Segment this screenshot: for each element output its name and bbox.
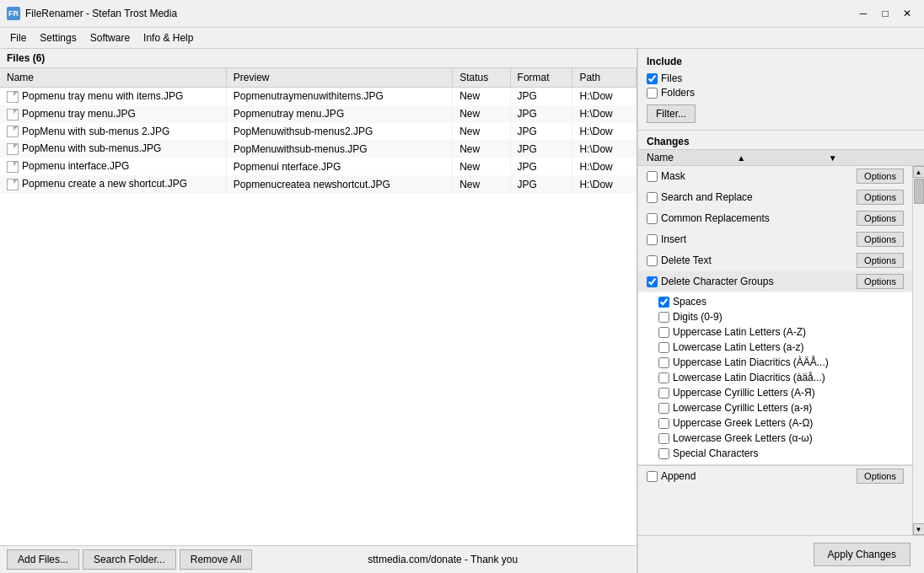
change-checkbox-2[interactable] [647,213,658,224]
search-folder-button[interactable]: Search Folder... [83,549,176,570]
change-item: Insert Options [638,229,912,250]
main-area: Files (6) Name Preview Status Format Pat… [0,49,924,573]
col-preview[interactable]: Preview [226,68,452,88]
titlebar: FR FileRenamer - Stefan Trost Media ─ □ … [0,0,924,28]
files-table: Name Preview Status Format Path Popmenu … [0,68,637,193]
change-checkbox-0[interactable] [647,171,658,182]
menubar: File Settings Software Info & Help [0,28,924,49]
sub-checkbox-3[interactable] [658,342,669,353]
sub-label-7: Lowercase Cyrillic Letters (а-я) [673,402,812,414]
table-row[interactable]: PopMenu with sub-menus.JPG PopMenuwithsu… [0,140,637,158]
sub-checkbox-6[interactable] [658,388,669,399]
sort-down-icon[interactable]: ▼ [829,153,916,163]
files-checkbox[interactable] [647,73,658,84]
sub-item: Uppercase Latin Diacritics (ÀÄÅ...) [658,355,904,370]
changes-section: Changes Name ▲ ▼ Mask Options Search a [638,131,924,535]
apply-changes-button[interactable]: Apply Changes [814,543,911,566]
maximize-button[interactable]: □ [875,5,895,22]
table-row[interactable]: Popmenu tray menu.JPG Popmenutray menu.J… [0,105,637,123]
filter-button[interactable]: Filter... [647,104,696,123]
sub-items-container: Spaces Digits (0-9) Uppercase Latin Lett… [638,292,912,465]
options-button-1[interactable]: Options [857,190,904,205]
options-button-5[interactable]: Options [857,274,904,289]
table-row[interactable]: Popmenu tray menu with items.JPG Popmenu… [0,88,637,105]
sub-item: Lowercase Greek Letters (α-ω) [658,431,904,446]
add-files-button[interactable]: Add Files... [7,549,79,570]
folders-label[interactable]: Folders [661,87,695,99]
change-checkbox-3[interactable] [647,234,658,245]
sub-checkbox-9[interactable] [658,433,669,444]
cell-format: JPG [510,158,572,175]
scroll-thumb[interactable] [914,179,924,204]
append-options-button[interactable]: Options [857,469,904,484]
menu-software[interactable]: Software [83,29,137,46]
sub-checkbox-8[interactable] [658,418,669,429]
cell-status: New [453,123,510,141]
remove-all-button[interactable]: Remove All [180,549,253,570]
app-icon: FR [7,7,20,20]
files-label[interactable]: Files [661,72,682,84]
options-button-3[interactable]: Options [857,232,904,247]
options-button-4[interactable]: Options [857,253,904,268]
sub-item: Digits (0-9) [658,309,904,324]
cell-name: Popmenu tray menu with items.JPG [0,88,226,105]
sub-checkbox-5[interactable] [658,372,669,383]
cell-name: PopMenu with sub-menus 2.JPG [0,123,226,141]
right-panel: Include Files Folders Filter... Changes … [637,49,924,573]
change-label-2: Common Replacements [661,212,770,224]
cell-name: Popmenu interface.JPG [0,158,226,175]
folders-checkbox[interactable] [647,88,658,99]
sub-label-0: Spaces [673,296,706,308]
sub-checkbox-0[interactable] [658,297,669,308]
sub-checkbox-2[interactable] [658,327,669,338]
cell-path: H:\Dow [572,158,637,175]
sub-label-5: Lowercase Latin Diacritics (àäå...) [673,372,825,383]
table-row[interactable]: Popmenu interface.JPG Popmenui nterface.… [0,158,637,175]
append-checkbox[interactable] [647,471,658,482]
sub-label-3: Lowercase Latin Letters (a-z) [673,341,803,353]
sub-label-8: Uppercase Greek Letters (Α-Ω) [673,417,813,429]
app-title: FileRenamer - Stefan Trost Media [25,8,177,19]
changes-scroll[interactable]: Mask Options Search and Replace Options … [638,166,912,535]
menu-file[interactable]: File [3,29,33,46]
files-header: Files (6) [0,49,637,68]
col-status[interactable]: Status [453,68,510,88]
table-row[interactable]: Popmenu create a new shortcut.JPG Popmen… [0,175,637,193]
change-checkbox-1[interactable] [647,192,658,203]
menu-info-help[interactable]: Info & Help [137,29,200,46]
sub-label-1: Digits (0-9) [673,311,723,323]
sub-checkbox-1[interactable] [658,312,669,323]
cell-format: JPG [510,140,572,158]
minimize-button[interactable]: ─ [853,5,873,22]
sub-checkbox-4[interactable] [658,357,669,368]
include-title: Include [647,56,916,67]
col-path[interactable]: Path [572,68,637,88]
include-section: Include Files Folders Filter... [638,49,924,131]
scroll-track[interactable] [913,178,925,523]
cell-preview: Popmenutray menu.JPG [226,105,452,123]
options-button-0[interactable]: Options [857,169,904,184]
sub-label-6: Uppercase Cyrillic Letters (А-Я) [673,387,815,399]
cell-preview: Popmenui nterface.JPG [226,158,452,175]
col-format[interactable]: Format [510,68,572,88]
options-button-2[interactable]: Options [857,211,904,226]
menu-settings[interactable]: Settings [33,29,83,46]
cell-format: JPG [510,88,572,105]
scroll-up-button[interactable]: ▲ [913,166,925,178]
sub-checkbox-7[interactable] [658,403,669,414]
cell-preview: PopMenuwithsub-menus2.JPG [226,123,452,141]
file-table-container[interactable]: Name Preview Status Format Path Popmenu … [0,68,637,545]
change-item: Search and Replace Options [638,187,912,208]
change-checkbox-5[interactable] [647,276,658,287]
sub-checkbox-10[interactable] [658,448,669,459]
append-label: Append [661,470,696,482]
changes-col-header: Name ▲ ▼ [638,149,924,166]
col-name[interactable]: Name [0,68,226,88]
cell-status: New [453,140,510,158]
close-button[interactable]: ✕ [897,5,917,22]
table-row[interactable]: PopMenu with sub-menus 2.JPG PopMenuwith… [0,123,637,141]
scroll-down-button[interactable]: ▼ [913,523,925,535]
sort-up-icon[interactable]: ▲ [737,153,824,163]
change-checkbox-4[interactable] [647,255,658,266]
apply-row: Apply Changes [638,535,924,573]
